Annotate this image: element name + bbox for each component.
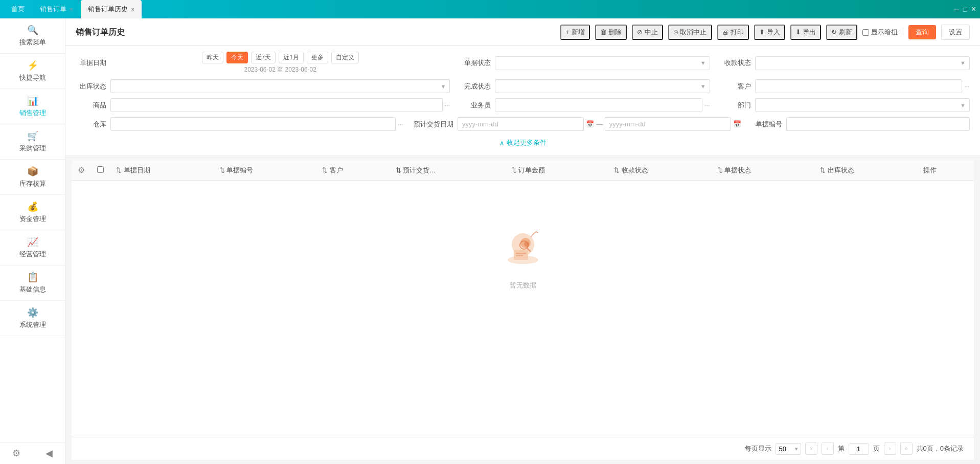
customer-more-icon[interactable]: ··· [964, 82, 970, 90]
page-title-row: 销售订单历史 + 新增 🗑 删除 ⊘ 中止 ⊙ 取消中止 🖨 打印 ⬆ 导入 ⬇… [76, 25, 970, 40]
filter-warehouse: 仓库 ··· [76, 117, 403, 131]
content-area: 销售订单历史 + 新增 🗑 删除 ⊘ 中止 ⊙ 取消中止 🖨 打印 ⬆ 导入 ⬇… [65, 18, 980, 464]
bill-status-select[interactable] [495, 56, 710, 70]
query-button[interactable]: 查询 [908, 25, 936, 39]
sidebar-item-operations-mgmt[interactable]: 📈经营管理 [0, 230, 65, 266]
date-btn-1month[interactable]: 近1月 [279, 52, 304, 63]
select-all-checkbox[interactable] [97, 166, 104, 173]
top-bar-right: ─ □ × [954, 5, 976, 14]
warehouse-more-icon[interactable]: ··· [398, 120, 403, 128]
dept-control: ▼ [755, 98, 970, 112]
tab-close-sales-order-history[interactable]: × [131, 6, 134, 12]
per-page-select[interactable]: 20 50 100 [776, 443, 801, 455]
date-range-text: 2023-06-02 至 2023-06-02 [244, 65, 316, 74]
stop-button[interactable]: ⊘ 中止 [632, 25, 663, 40]
page-input[interactable] [849, 443, 869, 455]
page-title: 销售订单历史 [76, 27, 125, 38]
table-gear-icon[interactable]: ⚙ [78, 166, 85, 174]
tab-sales-order-history[interactable]: 销售订单历史× [81, 0, 141, 18]
bill-no-label: 单据编号 [751, 120, 782, 129]
sidebar-collapse-icon[interactable]: ◀ [45, 448, 53, 459]
settings-button[interactable]: 设置 [941, 25, 970, 40]
sidebar-item-search-menu[interactable]: 🔍搜索菜单 [0, 18, 65, 54]
goods-input[interactable] [110, 98, 443, 112]
window-minimize[interactable]: ─ [954, 6, 959, 13]
tab-close-sales-order[interactable]: × [70, 6, 73, 12]
sys-mgmt-icon: ⚙️ [27, 307, 38, 318]
import-button[interactable]: ⬆ 导入 [754, 25, 785, 40]
expected-date-end[interactable] [605, 117, 731, 131]
dept-select[interactable] [755, 98, 970, 112]
total-label: 共0页，0条记录 [917, 444, 964, 453]
filter-area: 单据日期 昨天 今天 近7天 近1月 更多 自定义 2023-06-02 至 2… [65, 46, 980, 156]
sidebar-item-sys-mgmt[interactable]: ⚙️系统管理 [0, 301, 65, 336]
filter-date: 单据日期 昨天 今天 近7天 近1月 更多 自定义 2023-06-02 至 2… [76, 52, 450, 74]
date-btn-more[interactable]: 更多 [307, 52, 328, 63]
new-button[interactable]: + 新增 [560, 25, 589, 40]
refresh-button[interactable]: ↻ 刷新 [826, 25, 857, 40]
col-expected-delivery[interactable]: ⇅ 预计交货... [390, 160, 505, 181]
empty-illustration [497, 222, 549, 273]
data-table: ⚙ ⇅ 单据日期 ⇅ 单据编号 [72, 160, 974, 181]
sidebar-item-basic-info[interactable]: 📋基础信息 [0, 266, 65, 301]
window-maximize[interactable]: □ [963, 6, 967, 13]
calendar-icon-start[interactable]: 📅 [586, 120, 594, 128]
col-bill-date[interactable]: ⇅ 单据日期 [110, 160, 213, 181]
goods-control: ··· [110, 98, 450, 112]
payment-status-control: ▼ [755, 56, 970, 70]
window-close[interactable]: × [971, 5, 976, 14]
date-btn-7days[interactable]: 近7天 [251, 52, 276, 63]
sidebar-item-fund-mgmt[interactable]: 💰资金管理 [0, 195, 65, 230]
next-page-btn[interactable]: › [884, 443, 896, 455]
out-status-label: 出库状态 [76, 82, 106, 91]
per-page-label: 每页显示 [745, 444, 771, 453]
col-out-status[interactable]: ⇅ 出库状态 [814, 160, 917, 181]
filter-payment-status: 收款状态 ▼ [720, 56, 970, 70]
prev-page-btn[interactable]: ‹ [822, 443, 834, 455]
quick-nav-icon: ⚡ [27, 60, 38, 71]
out-status-select[interactable] [110, 79, 450, 93]
tab-home[interactable]: 首页 [4, 0, 32, 18]
expected-date-start[interactable] [458, 117, 584, 131]
warehouse-input[interactable] [110, 117, 396, 131]
date-btn-yesterday[interactable]: 昨天 [202, 52, 223, 63]
customer-control: ··· [755, 79, 970, 93]
col-bill-no[interactable]: ⇅ 单据编号 [213, 160, 316, 181]
date-btn-custom[interactable]: 自定义 [331, 52, 359, 63]
first-page-btn[interactable]: « [805, 443, 817, 455]
goods-label: 商品 [76, 101, 106, 110]
sidebar-item-sales-mgmt[interactable]: 📊销售管理 [0, 89, 65, 124]
collapse-row[interactable]: ∧ 收起更多条件 [76, 136, 970, 149]
sidebar-item-quick-nav[interactable]: ⚡快捷导航 [0, 54, 65, 89]
toolbar-divider [903, 28, 903, 36]
sidebar-item-inventory-check[interactable]: 📦库存核算 [0, 160, 65, 195]
pagination-bar: 每页显示 20 50 100 ▼ « ‹ 第 页 › » 共0页，0条记录 [72, 437, 974, 460]
date-btn-today[interactable]: 今天 [226, 52, 248, 63]
col-order-amount[interactable]: ⇅ 订单金额 [505, 160, 608, 181]
complete-status-control: ▼ [495, 79, 710, 93]
last-page-btn[interactable]: » [900, 443, 913, 455]
export-button[interactable]: ⬇ 导出 [790, 25, 822, 40]
goods-more-icon[interactable]: ··· [445, 101, 450, 109]
col-bill-date-label: ⇅ 单据日期 [116, 166, 150, 174]
col-customer[interactable]: ⇅ 客户 [316, 160, 390, 181]
print-button[interactable]: 🖨 打印 [717, 25, 749, 40]
col-payment-status[interactable]: ⇅ 收款状态 [608, 160, 711, 181]
calendar-icon-end[interactable]: 📅 [733, 120, 741, 128]
payment-status-select[interactable] [755, 56, 970, 70]
complete-status-select[interactable] [495, 79, 710, 93]
salesperson-input[interactable] [495, 98, 702, 112]
col-bill-status[interactable]: ⇅ 单据状态 [711, 160, 814, 181]
tab-sales-order[interactable]: 销售订单× [33, 0, 80, 18]
complete-status-label: 完成状态 [460, 82, 491, 91]
cancel-stop-button[interactable]: ⊙ 取消中止 [668, 25, 712, 40]
per-page-wrapper: 20 50 100 ▼ [776, 443, 801, 455]
bill-no-input[interactable] [786, 117, 970, 131]
salesperson-more-icon[interactable]: ··· [704, 101, 710, 109]
sidebar-item-purchase-mgmt[interactable]: 🛒采购管理 [0, 124, 65, 160]
customer-input[interactable] [755, 79, 962, 93]
col-order-amount-label: ⇅ 订单金额 [511, 166, 545, 174]
delete-button[interactable]: 🗑 删除 [595, 25, 627, 40]
sidebar-settings-icon[interactable]: ⚙ [12, 448, 20, 459]
display-cols-checkbox[interactable] [862, 29, 869, 36]
